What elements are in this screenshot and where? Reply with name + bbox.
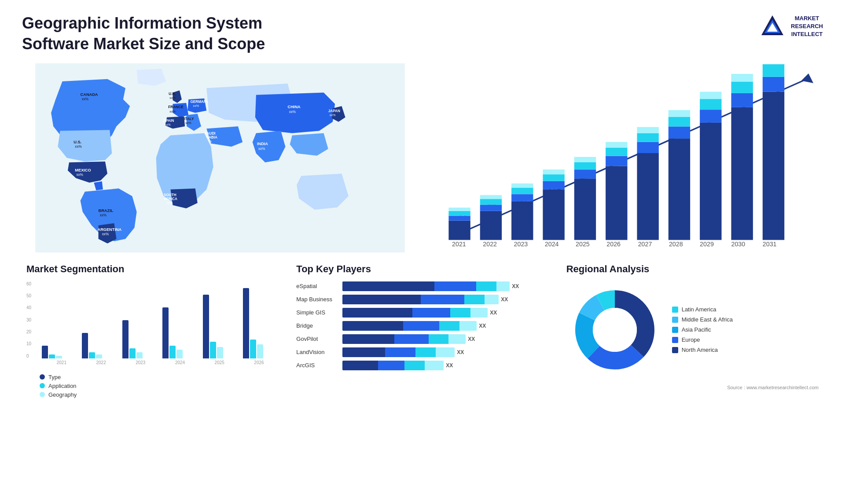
svg-rect-65 bbox=[574, 179, 596, 240]
svg-text:BRAZIL: BRAZIL bbox=[99, 208, 114, 212]
legend-color-na bbox=[672, 347, 678, 353]
svg-text:2030: 2030 bbox=[731, 240, 745, 247]
donut-container: Latin America Middle East & Africa Asia … bbox=[566, 281, 819, 378]
svg-text:xx%: xx% bbox=[169, 110, 176, 113]
svg-text:2023: 2023 bbox=[514, 240, 528, 247]
svg-text:2029: 2029 bbox=[700, 240, 714, 247]
regional-section: Regional Analysis bbox=[562, 259, 823, 402]
seg-bar bbox=[162, 307, 169, 358]
svg-text:ARGENTINA: ARGENTINA bbox=[98, 227, 122, 231]
legend-color-europe bbox=[672, 337, 678, 343]
svg-rect-71 bbox=[606, 148, 627, 156]
svg-rect-73 bbox=[637, 153, 658, 240]
page-title: Geographic Information System Software M… bbox=[22, 13, 330, 55]
svg-rect-88 bbox=[731, 74, 753, 82]
svg-text:2025: 2025 bbox=[576, 240, 590, 247]
svg-text:xx%: xx% bbox=[76, 173, 83, 177]
svg-rect-64 bbox=[543, 169, 564, 174]
svg-rect-59 bbox=[511, 188, 533, 194]
svg-text:GERMANY: GERMANY bbox=[190, 100, 209, 104]
map-section: CANADA xx% U.S. xx% MEXICO xx% BRAZIL xx… bbox=[22, 63, 418, 252]
svg-rect-90 bbox=[763, 77, 784, 91]
svg-rect-87 bbox=[731, 81, 753, 93]
legend-latin-america: Latin America bbox=[672, 306, 733, 313]
legend-type: Type bbox=[40, 374, 279, 380]
svg-text:CHINA: CHINA bbox=[288, 105, 301, 109]
svg-rect-70 bbox=[606, 156, 627, 166]
legend-asia-pacific: Asia Pacific bbox=[672, 326, 733, 333]
player-row-simplegis: Simple GIS XX bbox=[296, 308, 548, 318]
logo-text: MARKET RESEARCH INTELLECT bbox=[791, 15, 823, 39]
seg-bar bbox=[217, 347, 223, 358]
seg-bar bbox=[136, 352, 143, 358]
svg-rect-67 bbox=[574, 162, 596, 169]
seg-bar bbox=[49, 354, 55, 358]
svg-rect-49 bbox=[448, 220, 470, 240]
svg-rect-91 bbox=[763, 64, 784, 77]
svg-text:xx%: xx% bbox=[289, 110, 296, 113]
growth-chart-section: XX XX XX XX XX XX XX XX XX XX XX bbox=[427, 63, 823, 252]
svg-text:CANADA: CANADA bbox=[81, 92, 98, 96]
player-row-espatial: eSpatial XX bbox=[296, 281, 548, 291]
svg-rect-80 bbox=[669, 110, 690, 117]
svg-text:xx%: xx% bbox=[330, 113, 336, 117]
svg-rect-62 bbox=[543, 181, 564, 189]
svg-rect-55 bbox=[480, 199, 502, 205]
svg-rect-68 bbox=[574, 157, 596, 162]
legend-north-america: North America bbox=[672, 347, 733, 353]
logo-area: MARKET RESEARCH INTELLECT bbox=[759, 13, 823, 40]
page-wrapper: Geographic Information System Software M… bbox=[0, 0, 845, 504]
seg-bar bbox=[129, 348, 136, 358]
seg-bar bbox=[210, 342, 216, 358]
player-row-govpilot: GovPilot XX bbox=[296, 334, 548, 344]
svg-text:INDIA: INDIA bbox=[257, 142, 268, 146]
svg-text:2027: 2027 bbox=[638, 240, 652, 247]
legend-color-asia bbox=[672, 327, 678, 333]
legend-application: Application bbox=[40, 383, 279, 389]
legend-dot-application bbox=[40, 383, 45, 388]
donut-legend: Latin America Middle East & Africa Asia … bbox=[672, 306, 733, 353]
seg-bar bbox=[89, 352, 95, 358]
seg-bar bbox=[250, 340, 256, 358]
seg-bar bbox=[42, 346, 48, 358]
player-row-arcgis: ArcGIS XX bbox=[296, 361, 548, 370]
svg-rect-79 bbox=[669, 117, 690, 126]
svg-rect-77 bbox=[669, 139, 690, 240]
svg-rect-52 bbox=[448, 208, 470, 211]
svg-rect-86 bbox=[731, 93, 753, 107]
seg-bar bbox=[176, 350, 183, 358]
svg-rect-66 bbox=[574, 169, 596, 179]
svg-rect-74 bbox=[637, 142, 658, 153]
svg-rect-78 bbox=[669, 126, 690, 138]
svg-text:xx%: xx% bbox=[166, 201, 173, 205]
svg-text:xx%: xx% bbox=[75, 145, 81, 149]
legend-geography: Geography bbox=[40, 391, 279, 398]
svg-rect-81 bbox=[700, 122, 721, 240]
legend-dot-type bbox=[40, 374, 45, 380]
svg-line-36 bbox=[456, 78, 808, 235]
legend-dot-geography bbox=[40, 392, 45, 397]
svg-rect-61 bbox=[543, 189, 564, 240]
world-map: CANADA xx% U.S. xx% MEXICO xx% BRAZIL xx… bbox=[22, 63, 418, 252]
svg-text:MEXICO: MEXICO bbox=[75, 168, 91, 172]
svg-text:SAUDI: SAUDI bbox=[204, 131, 215, 135]
legend-europe: Europe bbox=[672, 336, 733, 343]
svg-rect-89 bbox=[763, 91, 784, 240]
svg-rect-84 bbox=[700, 91, 721, 99]
svg-text:xx%: xx% bbox=[100, 213, 107, 217]
seg-bar bbox=[56, 356, 62, 358]
seg-bar bbox=[203, 295, 209, 358]
player-row-landvision: LandVision XX bbox=[296, 347, 548, 357]
svg-rect-60 bbox=[511, 183, 533, 188]
svg-rect-56 bbox=[480, 195, 502, 199]
svg-text:xx%: xx% bbox=[193, 104, 199, 108]
players-section: Top Key Players eSpatial XX Map Business bbox=[292, 259, 553, 402]
svg-rect-51 bbox=[448, 211, 470, 215]
source-text: Source : www.marketresearchintellect.com bbox=[566, 385, 819, 390]
svg-text:2028: 2028 bbox=[669, 240, 683, 247]
seg-bar bbox=[257, 344, 263, 358]
svg-rect-76 bbox=[637, 127, 658, 133]
svg-rect-85 bbox=[731, 107, 753, 240]
legend-color-mea bbox=[672, 317, 678, 323]
svg-rect-69 bbox=[606, 166, 627, 240]
